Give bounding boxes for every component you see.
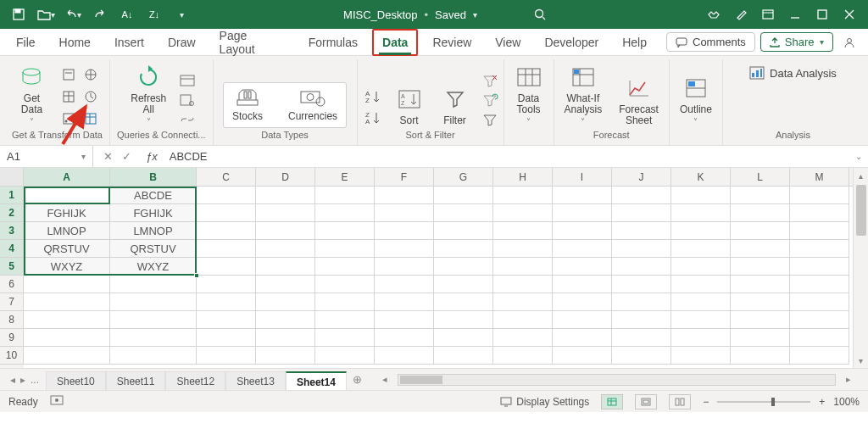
cell-D3[interactable] bbox=[256, 222, 315, 240]
premium-icon[interactable] bbox=[700, 2, 727, 27]
cell-G6[interactable] bbox=[434, 276, 493, 293]
col-header-L[interactable]: L bbox=[731, 168, 790, 186]
cell-L5[interactable] bbox=[731, 258, 790, 276]
tab-home[interactable]: Home bbox=[50, 30, 100, 55]
enter-formula-icon[interactable]: ✓ bbox=[117, 150, 136, 163]
cell-E4[interactable] bbox=[315, 240, 375, 258]
cell-A7[interactable] bbox=[24, 293, 110, 311]
cell-F10[interactable] bbox=[375, 347, 434, 365]
cell-K1[interactable] bbox=[671, 187, 731, 204]
horizontal-scrollbar[interactable]: ◂ ▸ bbox=[369, 369, 865, 390]
cell-G2[interactable] bbox=[434, 204, 493, 222]
cell-J9[interactable] bbox=[612, 329, 671, 347]
col-header-B[interactable]: B bbox=[110, 168, 197, 186]
col-header-C[interactable]: C bbox=[197, 168, 256, 186]
existing-connections-icon[interactable] bbox=[59, 109, 78, 128]
cell-J2[interactable] bbox=[612, 204, 671, 222]
cell-D1[interactable] bbox=[256, 187, 315, 204]
row-header-10[interactable]: 10 bbox=[0, 347, 24, 365]
cell-A6[interactable] bbox=[24, 276, 110, 293]
row-header-5[interactable]: 5 bbox=[0, 258, 24, 276]
cell-C7[interactable] bbox=[197, 293, 256, 311]
col-header-J[interactable]: J bbox=[612, 168, 671, 186]
cell-C9[interactable] bbox=[197, 329, 256, 347]
col-header-G[interactable]: G bbox=[434, 168, 493, 186]
cell-G5[interactable] bbox=[434, 258, 493, 276]
undo-icon[interactable]: ▾ bbox=[59, 2, 86, 27]
save-icon[interactable] bbox=[5, 2, 32, 27]
cell-L7[interactable] bbox=[731, 293, 790, 311]
whatif-button[interactable]: What-If Analysis ˅ bbox=[561, 61, 606, 128]
row-header-9[interactable]: 9 bbox=[0, 329, 24, 347]
formula-input[interactable]: ABCDE bbox=[163, 146, 849, 167]
comments-button[interactable]: Comments bbox=[666, 32, 755, 52]
cell-E10[interactable] bbox=[315, 347, 375, 365]
tab-draw[interactable]: Draw bbox=[159, 30, 205, 55]
cell-A3[interactable]: LMNOP bbox=[24, 222, 110, 240]
cell-M1[interactable] bbox=[790, 187, 849, 204]
queries-conn-icon[interactable] bbox=[180, 75, 195, 89]
scroll-down-icon[interactable]: ▾ bbox=[859, 353, 863, 368]
cell-I6[interactable] bbox=[553, 276, 612, 293]
cell-D5[interactable] bbox=[256, 258, 315, 276]
row-header-4[interactable]: 4 bbox=[0, 240, 24, 258]
cell-C5[interactable] bbox=[197, 258, 256, 276]
tab-data[interactable]: Data bbox=[372, 29, 418, 56]
tab-formulas[interactable]: Formulas bbox=[299, 30, 367, 55]
cell-L10[interactable] bbox=[731, 347, 790, 365]
cell-E9[interactable] bbox=[315, 329, 375, 347]
cells-area[interactable]: ABCDEABCDEFGHIJKFGHIJKLMNOPLMNOPQRSTUVQR… bbox=[24, 187, 853, 368]
cell-A10[interactable] bbox=[24, 347, 110, 365]
tab-developer[interactable]: Developer bbox=[535, 30, 608, 55]
zoom-level[interactable]: 100% bbox=[833, 396, 860, 408]
cell-K10[interactable] bbox=[671, 347, 731, 365]
cell-I4[interactable] bbox=[553, 240, 612, 258]
cell-G3[interactable] bbox=[434, 222, 493, 240]
cell-K2[interactable] bbox=[671, 204, 731, 222]
zoom-in-icon[interactable]: + bbox=[819, 396, 825, 408]
sort-desc-icon[interactable]: Z↓ bbox=[141, 2, 168, 27]
name-box[interactable]: A1 ▾ bbox=[0, 146, 93, 167]
row-header-2[interactable]: 2 bbox=[0, 204, 24, 222]
edit-links-icon[interactable] bbox=[180, 114, 195, 128]
cell-B8[interactable] bbox=[110, 311, 197, 329]
data-tools-button[interactable]: Data Tools ˅ bbox=[511, 61, 547, 128]
cell-M2[interactable] bbox=[790, 204, 849, 222]
cell-B6[interactable] bbox=[110, 276, 197, 293]
cell-D8[interactable] bbox=[256, 311, 315, 329]
cell-K7[interactable] bbox=[671, 293, 731, 311]
cell-A1[interactable]: ABCDE bbox=[24, 187, 110, 204]
hscroll-left-icon[interactable]: ◂ bbox=[377, 374, 392, 385]
minimize-icon[interactable] bbox=[782, 2, 809, 27]
cell-B2[interactable]: FGHIJK bbox=[110, 204, 197, 222]
cell-L4[interactable] bbox=[731, 240, 790, 258]
cell-I5[interactable] bbox=[553, 258, 612, 276]
data-analysis-button[interactable]: Data Analysis bbox=[749, 66, 837, 80]
display-settings-button[interactable]: Display Settings bbox=[500, 396, 589, 408]
cell-E2[interactable] bbox=[315, 204, 375, 222]
cell-F3[interactable] bbox=[375, 222, 434, 240]
from-table-icon[interactable] bbox=[59, 87, 78, 106]
cell-M7[interactable] bbox=[790, 293, 849, 311]
cell-A9[interactable] bbox=[24, 329, 110, 347]
cell-B3[interactable]: LMNOP bbox=[110, 222, 197, 240]
new-sheet-icon[interactable]: ⊕ bbox=[347, 369, 369, 390]
cell-I10[interactable] bbox=[553, 347, 612, 365]
reapply-filter-icon[interactable] bbox=[483, 94, 497, 109]
cell-J10[interactable] bbox=[612, 347, 671, 365]
row-header-1[interactable]: 1 bbox=[0, 187, 24, 204]
sort-button[interactable]: AZ Sort bbox=[392, 83, 427, 128]
cell-H1[interactable] bbox=[493, 187, 553, 204]
close-icon[interactable] bbox=[836, 2, 863, 27]
cell-M9[interactable] bbox=[790, 329, 849, 347]
cell-C1[interactable] bbox=[197, 187, 256, 204]
cell-B9[interactable] bbox=[110, 329, 197, 347]
cell-G9[interactable] bbox=[434, 329, 493, 347]
from-picture-icon[interactable] bbox=[81, 109, 100, 128]
cell-M5[interactable] bbox=[790, 258, 849, 276]
search-icon[interactable] bbox=[528, 3, 552, 26]
cell-C3[interactable] bbox=[197, 222, 256, 240]
cell-H10[interactable] bbox=[493, 347, 553, 365]
cell-A5[interactable]: WXYZ bbox=[24, 258, 110, 276]
cell-H5[interactable] bbox=[493, 258, 553, 276]
